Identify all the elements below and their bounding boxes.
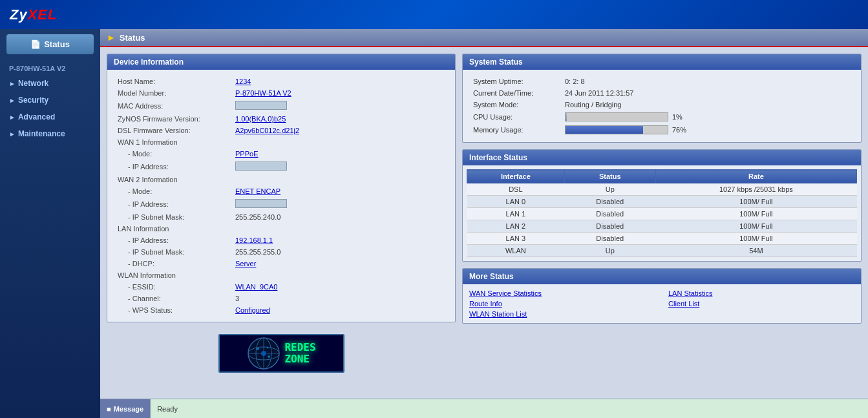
wan2-ip-label: - IP Address: xyxy=(115,198,231,211)
device-info-table: Host Name: 1234 Model Number: P-870HW-51… xyxy=(114,75,449,317)
wlan-essid-value[interactable]: WLAN_9CA0 xyxy=(235,283,277,291)
table-row: LAN 2Disabled100M/ Full xyxy=(467,220,857,233)
device-info-header: Device Information xyxy=(107,54,455,70)
uptime-label: System Uptime: xyxy=(471,76,561,87)
wan2-ip-input xyxy=(235,199,287,208)
dsl-fw-value[interactable]: A2pv6bC012c.d21j2 xyxy=(235,127,299,134)
mem-progress-bar xyxy=(565,125,668,134)
more-status-section: More Status WAN Service Statistics LAN S… xyxy=(462,268,862,324)
table-row: - IP Address: 192.168.1.1 xyxy=(115,235,447,246)
bridging-link[interactable]: Bridging xyxy=(595,101,621,109)
interface-cell: LAN 1 xyxy=(467,208,565,220)
wan1-label: WAN 1 Information xyxy=(115,137,231,147)
message-label-text: Message xyxy=(114,405,143,413)
device-info-body: Host Name: 1234 Model Number: P-870HW-51… xyxy=(107,70,455,322)
table-row: WAN 2 Information xyxy=(115,174,447,185)
rate-cell: 100M/ Full xyxy=(655,196,856,208)
status-bar: ■ Message Ready xyxy=(100,399,868,418)
wan-service-stats-link[interactable]: WAN Service Statistics xyxy=(469,289,655,297)
wlan-station-list-link[interactable]: WLAN Station List xyxy=(469,310,655,318)
uptime-value: 0: 2: 8 xyxy=(562,76,853,87)
table-row: ZyNOS Firmware Version: 1.00(BKA.0)b25 xyxy=(115,114,447,124)
cpu-label: CPU Usage: xyxy=(471,111,561,123)
col-status: Status xyxy=(564,170,655,183)
dsl-fw-label: DSL Firmware Version: xyxy=(115,125,231,136)
status-cell: Up xyxy=(564,183,655,196)
sidebar-item-advanced[interactable]: ► Advanced xyxy=(0,109,100,125)
lan-ip-value[interactable]: 192.168.1.1 xyxy=(235,236,273,244)
wan2-mode-value[interactable]: ENET ENCAP xyxy=(235,187,281,195)
cpu-progress-fill xyxy=(566,113,567,121)
table-row: - IP Address: xyxy=(115,198,447,211)
left-panel: Device Information Host Name: 1234 Model… xyxy=(107,54,456,392)
hostname-label: Host Name: xyxy=(115,76,231,87)
sidebar-item-maintenance[interactable]: ► Maintenance xyxy=(0,125,100,142)
lan-subnet-value: 255.255.255.0 xyxy=(233,247,447,257)
interface-status-section: Interface Status Interface Status Rate xyxy=(462,149,862,262)
status-icon: 📄 xyxy=(30,39,41,49)
interface-cell: DSL xyxy=(467,183,565,196)
status-cell: Up xyxy=(564,245,655,257)
hostname-value[interactable]: 1234 xyxy=(235,78,251,85)
redes-text: REDES xyxy=(284,342,315,353)
lan-stats-link[interactable]: LAN Statistics xyxy=(668,289,854,297)
svg-point-6 xyxy=(257,348,259,350)
table-row: WLAN Information xyxy=(115,270,447,280)
lan-dhcp-value[interactable]: Server xyxy=(235,260,256,267)
datetime-label: Current Date/Time: xyxy=(471,88,561,98)
table-row: - Mode: ENET ENCAP xyxy=(115,186,447,196)
cpu-progress-container: 1% xyxy=(565,112,851,121)
interface-cell: LAN 3 xyxy=(467,233,565,245)
wlan-channel-label: - Channel: xyxy=(115,293,231,304)
table-row: - DHCP: Server xyxy=(115,258,447,269)
rate-cell: 54M xyxy=(655,245,856,257)
interface-status-table: Interface Status Rate DSLUp1027 kbps /25… xyxy=(467,169,857,257)
svg-point-5 xyxy=(261,351,266,356)
wan1-mode-value[interactable]: PPPoE xyxy=(235,150,258,158)
sidebar: 📄 Status P-870HW-51A V2 ► Network ► Secu… xyxy=(0,29,100,418)
zynos-value[interactable]: 1.00(BKA.0)b25 xyxy=(235,115,286,123)
device-info-section: Device Information Host Name: 1234 Model… xyxy=(107,54,456,322)
cpu-percent-text: 1% xyxy=(672,113,683,121)
table-row: - ESSID: WLAN_9CA0 xyxy=(115,282,447,292)
table-row: CPU Usage: 1% xyxy=(471,111,853,123)
mem-label: Memory Usage: xyxy=(471,124,561,136)
wan2-subnet-label: - IP Subnet Mask: xyxy=(115,212,231,222)
table-row: Current Date/Time: 24 Jun 2011 12:31:57 xyxy=(471,88,853,98)
table-row: System Uptime: 0: 2: 8 xyxy=(471,76,853,87)
route-info-link[interactable]: Route Info xyxy=(469,300,655,308)
interface-table-body: DSLUp1027 kbps /25031 kbpsLAN 0Disabled1… xyxy=(467,183,857,257)
wlan-wps-value[interactable]: Configured xyxy=(235,306,270,314)
table-row: Host Name: 1234 xyxy=(115,76,447,87)
datetime-value: 24 Jun 2011 12:31:57 xyxy=(562,88,853,98)
client-list-link[interactable]: Client List xyxy=(668,300,854,308)
interface-status-header: Interface Status xyxy=(463,150,861,165)
sidebar-item-network[interactable]: ► Network xyxy=(0,75,100,92)
model-value[interactable]: P-870HW-51A V2 xyxy=(235,89,291,97)
arrow-icon: ► xyxy=(9,114,16,121)
interface-cell: LAN 0 xyxy=(467,196,565,208)
col-rate: Rate xyxy=(655,170,856,183)
table-header-row: Interface Status Rate xyxy=(467,170,857,183)
table-row: - IP Subnet Mask: 255.255.255.0 xyxy=(115,247,447,257)
routing-link[interactable]: Routing xyxy=(565,101,589,109)
zone-text: ZONE xyxy=(284,353,310,365)
interface-cell: LAN 2 xyxy=(467,220,565,233)
rate-cell: 100M/ Full xyxy=(655,208,856,220)
svg-point-7 xyxy=(268,355,270,358)
system-status-body: System Uptime: 0: 2: 8 Current Date/Time… xyxy=(463,70,861,142)
wan2-label: WAN 2 Information xyxy=(115,174,231,185)
wan2-subnet-value: 255.255.240.0 xyxy=(233,212,447,222)
arrow-icon: ► xyxy=(9,131,16,138)
sidebar-status-button[interactable]: 📄 Status xyxy=(6,34,94,54)
wlan-essid-label: - ESSID: xyxy=(115,282,231,292)
table-row: DSLUp1027 kbps /25031 kbps xyxy=(467,183,857,196)
more-status-body: WAN Service Statistics LAN Statistics Ro… xyxy=(463,284,861,323)
sidebar-advanced-label: Advanced xyxy=(18,112,55,121)
more-status-header: More Status xyxy=(463,269,861,284)
interface-cell: WLAN xyxy=(467,245,565,257)
table-row: - WPS Status: Configured xyxy=(115,305,447,315)
sidebar-security-label: Security xyxy=(18,96,48,105)
redes-text-area: REDES ZONE xyxy=(284,342,315,364)
sidebar-item-security[interactable]: ► Security xyxy=(0,92,100,109)
